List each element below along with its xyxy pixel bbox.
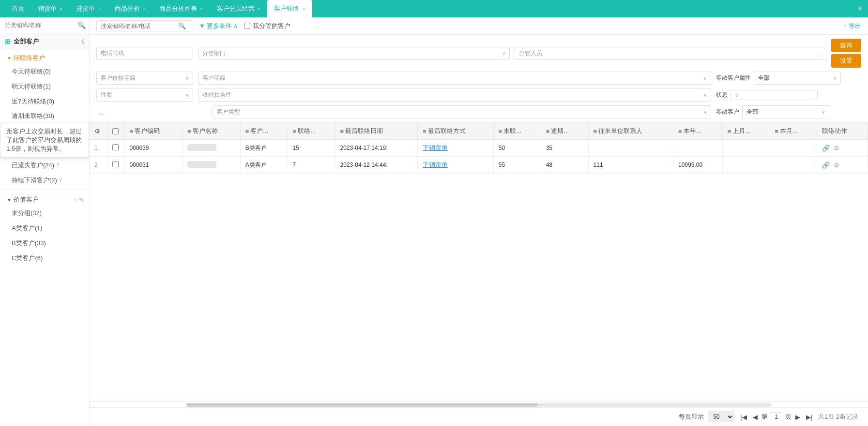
sidebar-item-today[interactable]: 今天待联络(0) bbox=[0, 64, 89, 79]
sort-icon[interactable]: ≡ bbox=[187, 128, 191, 135]
customer-table: ⚙ ≡ 客户编码 ≡ bbox=[90, 123, 868, 174]
query-button[interactable]: 查询 bbox=[831, 39, 861, 52]
pagination-bar: 每页显示 50 20 100 |◀ ◀ 第 1 页 ▶ ▶| 共1页 2条记录 bbox=[90, 407, 868, 426]
close-icon[interactable]: × bbox=[143, 6, 146, 12]
status-group: 状态 ∨ bbox=[716, 90, 861, 100]
grid-action-icon[interactable]: ⚙ bbox=[834, 162, 839, 169]
close-icon[interactable]: × bbox=[200, 6, 203, 12]
current-page-input[interactable]: 1 bbox=[770, 412, 783, 421]
sort-icon[interactable]: ≡ bbox=[245, 128, 249, 135]
sidebar-search-input[interactable] bbox=[5, 22, 77, 29]
retail-attr-field[interactable]: 全部 ∨ bbox=[754, 72, 841, 85]
sidebar-item-class-b[interactable]: B类客户(33) bbox=[0, 236, 89, 251]
select-all-checkbox[interactable] bbox=[112, 128, 119, 134]
nav-customer-contact[interactable]: 客户联络 × bbox=[267, 0, 312, 17]
adv-filter-row2: 客户价格等级 ∨ 客户等级 ∨ 零散客户属性 全部 ∨ bbox=[96, 72, 861, 85]
sort-icon[interactable]: ≡ bbox=[293, 128, 297, 135]
circle-icon[interactable]: ○ bbox=[73, 196, 77, 204]
customer-grade-field[interactable]: 客户等级 ∨ bbox=[198, 72, 711, 85]
nav-product-analysis-list[interactable]: 商品分析列表 × bbox=[152, 0, 210, 17]
grid-action-icon[interactable]: ⚙ bbox=[834, 145, 839, 152]
more-filters-button[interactable]: ... bbox=[98, 108, 104, 116]
all-customers-header[interactable]: ⊞ 全部客户 《 bbox=[0, 33, 89, 50]
row-checkbox[interactable] bbox=[107, 157, 124, 174]
close-icon[interactable]: × bbox=[98, 6, 101, 12]
pending-group-label[interactable]: ▼ 待联络客户 bbox=[0, 50, 89, 64]
person-field[interactable]: 分管人员 ... bbox=[515, 47, 826, 60]
sidebar-item-tomorrow[interactable]: 明天待联络(1) bbox=[0, 79, 89, 94]
last-contact-method[interactable]: 下销货单 bbox=[417, 140, 493, 157]
more-conditions-button[interactable]: ▼ 更多条件 ∧ bbox=[199, 22, 238, 30]
export-button[interactable]: ↑ 导出 bbox=[844, 22, 862, 30]
sort-icon[interactable]: ≡ bbox=[423, 128, 426, 135]
gender-field[interactable]: 性质 ∨ bbox=[96, 88, 193, 102]
dept-field[interactable]: 分管部门 ∨ bbox=[198, 47, 510, 60]
search-icon[interactable]: 🔍 bbox=[77, 21, 86, 29]
sort-icon[interactable]: ≡ bbox=[546, 128, 550, 135]
this-year-amount: 10995.00 bbox=[673, 157, 722, 174]
sidebar-item-overdue[interactable]: 逾期未联络(30) bbox=[0, 109, 89, 124]
checkbox-col-header[interactable] bbox=[107, 123, 124, 140]
last-page-button[interactable]: ▶| bbox=[804, 412, 814, 422]
sort-icon[interactable]: ≡ bbox=[594, 128, 597, 135]
nav-home[interactable]: 首页 bbox=[5, 0, 31, 17]
sort-icon[interactable]: ≡ bbox=[340, 128, 344, 135]
sidebar-item-class-a[interactable]: A类客户(1) bbox=[0, 221, 89, 236]
sort-icon[interactable]: ≡ bbox=[775, 128, 779, 135]
sort-icon[interactable]: ≡ bbox=[678, 128, 682, 135]
sidebar-item-lost[interactable]: 已流失客户(24) ? bbox=[0, 158, 89, 173]
contact-method-link[interactable]: 下销货单 bbox=[423, 161, 448, 168]
sidebar-item-ungroups[interactable]: 未分组(32) bbox=[0, 206, 89, 221]
settings-button[interactable]: 设置 bbox=[831, 54, 861, 68]
close-icon[interactable]: × bbox=[302, 6, 305, 12]
sidebar-item-class-c[interactable]: C类客户(6) bbox=[0, 251, 89, 266]
close-icon[interactable]: × bbox=[258, 6, 260, 12]
phone-field[interactable]: 电话号码 bbox=[96, 47, 193, 60]
status-field[interactable]: ∨ bbox=[731, 90, 818, 100]
row-checkbox[interactable] bbox=[107, 140, 124, 157]
prev-page-button[interactable]: ◀ bbox=[751, 412, 760, 422]
nav-product-analysis-label: 商品分析 bbox=[115, 4, 140, 13]
customer-search-input[interactable] bbox=[101, 23, 178, 29]
collapse-icon[interactable]: 《 bbox=[78, 38, 84, 46]
uncontacted-col-header: ≡ 未联... bbox=[493, 123, 541, 140]
scrollbar-thumb[interactable] bbox=[186, 403, 537, 407]
sidebar-item-declining[interactable]: 持续下滑客户(2) ? bbox=[0, 173, 89, 188]
first-page-button[interactable]: |◀ bbox=[738, 412, 748, 422]
search-bar[interactable]: 🔍 bbox=[96, 20, 193, 31]
sort-icon[interactable]: ≡ bbox=[499, 128, 503, 135]
horizontal-scrollbar[interactable] bbox=[90, 401, 868, 407]
class-b-label: B类客户(33) bbox=[12, 239, 46, 247]
retail-customer-field[interactable]: 全部 ∨ bbox=[742, 105, 829, 118]
sort-icon[interactable]: ≡ bbox=[130, 128, 134, 135]
today-contact-label: 今天待联络(0) bbox=[12, 68, 51, 75]
nav-purchase-order[interactable]: 进货单 × bbox=[69, 0, 107, 17]
nav-product-analysis[interactable]: 商品分析 × bbox=[108, 0, 152, 17]
link-icon[interactable]: 🔗 bbox=[822, 145, 830, 152]
payment-field[interactable]: 收付款条件 ∨ bbox=[198, 88, 711, 102]
customer-type-field[interactable]: 客户类型 ∨ bbox=[213, 105, 711, 118]
last-contact-method[interactable]: 下销货单 bbox=[417, 157, 493, 174]
code-col-header: ≡ 客户编码 bbox=[124, 123, 183, 140]
price-grade-field[interactable]: 客户价格等级 ∨ bbox=[96, 72, 193, 85]
contact-method-link[interactable]: 下销货单 bbox=[423, 144, 448, 151]
nav-customer-segment[interactable]: 客户分层经营 × bbox=[210, 0, 267, 17]
close-all-tabs-button[interactable]: × bbox=[858, 4, 862, 13]
my-customers-check[interactable] bbox=[244, 23, 250, 29]
row-select-checkbox[interactable] bbox=[112, 144, 119, 150]
nav-sales-order[interactable]: 销货单 × bbox=[31, 0, 69, 17]
settings-col-header[interactable]: ⚙ bbox=[90, 123, 107, 140]
my-customers-checkbox[interactable]: 我分管的客户 bbox=[244, 22, 290, 30]
adv-filter-row1: 电话号码 分管部门 ∨ 分管人员 ... 查询 设置 bbox=[96, 39, 861, 68]
close-icon[interactable]: × bbox=[60, 6, 62, 12]
per-page-select[interactable]: 50 20 100 bbox=[708, 411, 734, 422]
value-group-header[interactable]: ▼ 价值客户 ○ ✎ bbox=[0, 192, 89, 206]
row-select-checkbox[interactable] bbox=[112, 161, 119, 167]
next-page-button[interactable]: ▶ bbox=[793, 412, 802, 422]
edit-icon[interactable]: ✎ bbox=[79, 196, 84, 204]
sort-icon[interactable]: ≡ bbox=[728, 128, 731, 135]
link-icon[interactable]: 🔗 bbox=[822, 162, 830, 169]
sidebar-item-7days[interactable]: 近7天待联络(0) bbox=[0, 94, 89, 109]
action-col-header: 联络动作 bbox=[817, 123, 868, 140]
contact-person-col-header: ≡ 往来单位联系人 bbox=[588, 123, 673, 140]
